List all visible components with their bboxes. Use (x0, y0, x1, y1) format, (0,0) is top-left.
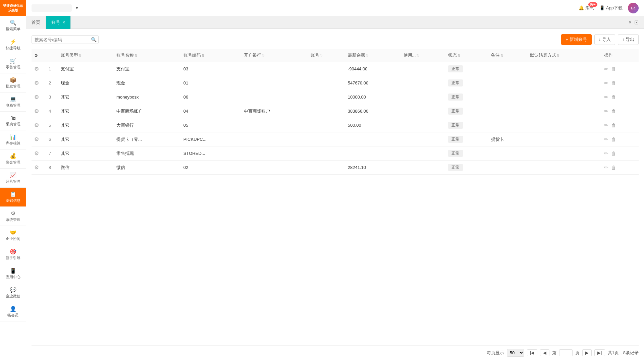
prev-page-button[interactable]: ◀ (540, 349, 549, 356)
sidebar-item-newbie[interactable]: 🎯 新手引导 (0, 245, 26, 264)
row-balance-1: 547670.00 (345, 76, 401, 90)
sort-icon-balance: ⇅ (366, 54, 369, 57)
tab-label-home: 首页 (32, 19, 40, 25)
header-dropdown[interactable]: ▾ (76, 5, 78, 10)
row-num-7: 8 (42, 161, 58, 175)
row-num-5: 6 (42, 132, 58, 146)
sidebar-icon-enterprise-wechat: 💬 (10, 287, 16, 293)
delete-button-1[interactable]: 🗑 (611, 80, 616, 86)
col-header-balance[interactable]: 最新余额⇅ (345, 49, 401, 62)
row-settings-4[interactable]: ⚙ (32, 118, 42, 132)
row-usage-6 (401, 146, 446, 161)
row-settings-2[interactable]: ⚙ (32, 90, 42, 104)
col-label-bank: 开户银行 (244, 53, 261, 58)
edit-button-6[interactable]: ✏ (604, 150, 608, 157)
col-header-bank[interactable]: 开户银行⇅ (241, 49, 308, 62)
sidebar-label-member: 畅会员 (7, 313, 18, 318)
row-actions-4: ✏ 🗑 (601, 118, 639, 132)
sidebar-item-wholesale[interactable]: 📦 批发管理 (0, 73, 26, 93)
col-header-type[interactable]: 账号类型⇅ (58, 49, 114, 62)
row-settings-3[interactable]: ⚙ (32, 104, 42, 118)
edit-button-7[interactable]: ✏ (604, 165, 608, 171)
row-account-1 (308, 76, 345, 90)
app-download-button[interactable]: 📱 App下载 (599, 5, 623, 11)
sidebar-item-system[interactable]: ⚙ 系统管理 (0, 207, 26, 226)
col-label-remark: 备注 (491, 53, 500, 58)
export-button[interactable]: ↑ 导出 (618, 34, 639, 45)
tab-account[interactable]: 账号× (46, 16, 71, 29)
col-header-remark[interactable]: 备注⇅ (488, 49, 528, 62)
import-button[interactable]: ↓ 导入 (594, 34, 615, 45)
sidebar-label-newbie: 新手引导 (6, 255, 20, 260)
row-settings-7[interactable]: ⚙ (32, 161, 42, 175)
row-code-0: 03 (181, 62, 241, 76)
sidebar-item-purchase[interactable]: 🛍 采购管理 (0, 112, 26, 130)
col-header-name[interactable]: 账号名称⇅ (114, 49, 181, 62)
sidebar-item-member[interactable]: 👤 畅会员 (0, 302, 26, 321)
edit-button-5[interactable]: ✏ (604, 136, 608, 142)
col-header-status[interactable]: 状态⇅ (445, 49, 488, 62)
tab-close-all-button[interactable]: × (629, 19, 632, 25)
delete-button-2[interactable]: 🗑 (611, 94, 616, 100)
page-size-select[interactable]: 50 100 (507, 349, 524, 357)
top-search-input[interactable] (32, 4, 72, 12)
user-avatar[interactable]: Ea (628, 3, 639, 13)
delete-button-0[interactable]: 🗑 (611, 66, 616, 72)
sidebar-item-operations[interactable]: 📈 经营管理 (0, 169, 26, 188)
row-settings-0[interactable]: ⚙ (32, 62, 42, 76)
sidebar-item-enterprise-agree[interactable]: 🤝 企业协同 (0, 226, 26, 245)
row-status-2: 正常 (445, 90, 488, 104)
delete-button-3[interactable]: 🗑 (611, 108, 616, 114)
sidebar-icon-operations: 📈 (10, 172, 16, 178)
row-settle-4 (527, 118, 601, 132)
edit-button-3[interactable]: ✏ (604, 108, 608, 114)
col-header-settle[interactable]: 默认结算方式⇅ (527, 49, 601, 62)
sidebar-item-inventory[interactable]: 📊 库存核算 (0, 130, 26, 149)
bell-icon: 🔔 (579, 5, 584, 10)
delete-button-6[interactable]: 🗑 (611, 150, 616, 157)
sidebar-item-retail[interactable]: 🛒 零售管理 (0, 54, 26, 73)
row-code-1: 01 (181, 76, 241, 90)
col-header-usage[interactable]: 使用...⇅ (401, 49, 446, 62)
sort-icon-status: ⇅ (458, 54, 460, 57)
row-settings-1[interactable]: ⚙ (32, 76, 42, 90)
message-button[interactable]: 🔔 消息 99+ (579, 5, 594, 11)
row-usage-5 (401, 132, 446, 146)
sidebar-item-enterprise-wechat[interactable]: 💬 企业微信 (0, 283, 26, 302)
sidebar-item-ecommerce[interactable]: 💻 电商管理 (0, 93, 26, 112)
search-input[interactable] (35, 37, 91, 42)
last-page-button[interactable]: ▶| (594, 349, 605, 356)
sidebar-item-quick-nav[interactable]: ⚡ 快捷导航 (0, 35, 26, 54)
page-label: 第 (552, 350, 556, 356)
sort-icon-usage: ⇅ (416, 54, 419, 57)
first-page-button[interactable]: |◀ (527, 349, 537, 356)
col-header-action: 操作 (601, 49, 639, 62)
table-row: ⚙ 3 其它 moneybosx 06 10000.00 正常 ✏ 🗑 (32, 90, 639, 104)
table-row: ⚙ 2 现金 现金 01 547670.00 正常 ✏ 🗑 (32, 76, 639, 90)
col-header-code[interactable]: 账号编码⇅ (181, 49, 241, 62)
delete-button-5[interactable]: 🗑 (611, 136, 616, 142)
edit-button-1[interactable]: ✏ (604, 80, 608, 86)
next-page-button[interactable]: ▶ (582, 349, 592, 356)
row-settings-6[interactable]: ⚙ (32, 146, 42, 161)
sidebar-item-basic-info[interactable]: 📋 基础信息 (0, 188, 26, 207)
row-account-0 (308, 62, 345, 76)
search-icon[interactable]: 🔍 (91, 37, 97, 42)
row-remark-4 (488, 118, 528, 132)
row-settings-5[interactable]: ⚙ (32, 132, 42, 146)
add-account-button[interactable]: + 新增账号 (561, 34, 592, 45)
page-input[interactable]: 1 (559, 349, 573, 356)
col-header-account[interactable]: 账号⇅ (308, 49, 345, 62)
delete-button-4[interactable]: 🗑 (611, 122, 616, 128)
sidebar-item-app-center[interactable]: 📱 应用中心 (0, 264, 26, 283)
tab-restore-button[interactable]: ⊡ (634, 19, 639, 25)
tab-close-account[interactable]: × (63, 20, 65, 25)
delete-button-7[interactable]: 🗑 (611, 165, 616, 171)
row-code-7: 02 (181, 161, 241, 175)
sidebar-item-finance[interactable]: 💰 资金管理 (0, 149, 26, 169)
sidebar-item-search-menu[interactable]: 🔍 搜索菜单 (0, 16, 26, 35)
edit-button-2[interactable]: ✏ (604, 94, 608, 100)
tab-home[interactable]: 首页 (26, 16, 46, 29)
edit-button-4[interactable]: ✏ (604, 122, 608, 128)
edit-button-0[interactable]: ✏ (604, 66, 608, 72)
